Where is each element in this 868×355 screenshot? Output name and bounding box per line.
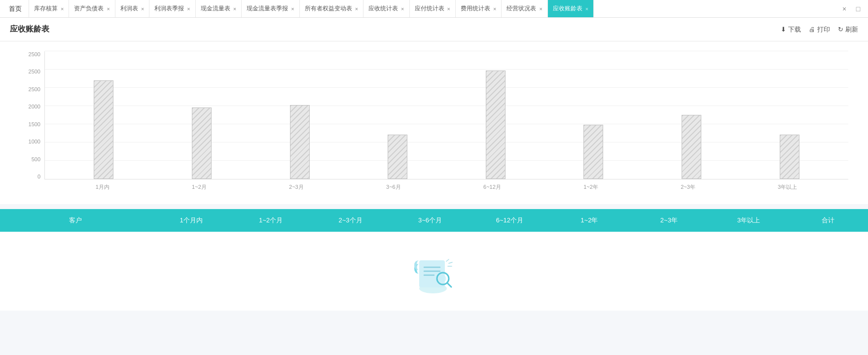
print-label: 打印: [817, 25, 830, 34]
x-label-3plus: 3年以上: [778, 183, 797, 191]
svg-line-7: [447, 283, 451, 287]
th-3-6month: 3~6个月: [390, 216, 470, 225]
tab-operations[interactable]: 经营状况表 ×: [502, 0, 547, 18]
bar-group-6: [583, 125, 603, 179]
tab-close-cashflow[interactable]: ×: [233, 6, 236, 12]
tab-expense-stat[interactable]: 费用统计表 ×: [456, 0, 502, 18]
th-3plus: 3年以上: [709, 216, 788, 225]
tab-close-operations[interactable]: ×: [539, 6, 542, 12]
bar-6-12-month: [486, 71, 506, 179]
tab-balance[interactable]: 资产负债表 ×: [69, 0, 115, 18]
tab-label-cashflow-quarter: 现金流量表季报: [247, 4, 288, 13]
page-header: 应收账龄表 ⬇ 下载 🖨 打印 ↻ 刷新: [0, 18, 868, 41]
x-label-1-2year: 1~2年: [583, 183, 598, 191]
download-button[interactable]: ⬇ 下载: [781, 25, 801, 34]
x-label-1month: 1月内: [96, 183, 109, 191]
x-label-2-3year: 2~3年: [681, 183, 695, 191]
bar-group-2: [192, 107, 212, 179]
th-1-2month: 1~2个月: [231, 216, 310, 225]
x-label-6-12month: 6~12月: [483, 183, 501, 191]
tab-close-inventory[interactable]: ×: [61, 6, 64, 12]
window-controls: × □: [840, 5, 866, 13]
tab-home[interactable]: 首页: [2, 0, 29, 18]
window-maximize-button[interactable]: □: [854, 5, 862, 13]
chart-section: 0 500 1000 1500 2000 2500 2500 2500: [0, 41, 868, 204]
bar-group-4: [388, 135, 407, 179]
bar-1-month: [94, 80, 113, 179]
download-icon: ⬇: [781, 26, 786, 33]
y-label-2500c: 2500: [20, 51, 44, 57]
bar-group-7: [682, 115, 701, 179]
x-label-3-6month: 3~6月: [386, 183, 401, 191]
empty-state: [0, 232, 868, 311]
refresh-label: 刷新: [845, 25, 858, 34]
bars-area: [45, 51, 848, 179]
tab-bar: 首页 库存核算 × 资产负债表 × 利润表 × 利润表季报 × 现金流量表 × …: [0, 0, 868, 18]
table-header: 客户 1个月内 1~2个月 2~3个月 3~6个月 6~12个月 1~2年 2~…: [0, 209, 868, 232]
print-icon: 🖨: [809, 26, 815, 33]
tab-close-ap-stat[interactable]: ×: [447, 6, 450, 12]
bar-1-2-year: [583, 125, 603, 179]
tab-label-balance: 资产负债表: [74, 4, 104, 13]
y-label-1000: 1000: [20, 139, 44, 144]
y-label-0: 0: [20, 174, 44, 179]
tab-equity[interactable]: 所有者权益变动表 ×: [300, 0, 363, 18]
chart-plot: [44, 51, 848, 179]
empty-state-icon: [409, 251, 459, 291]
y-label-500: 500: [20, 156, 44, 162]
bar-3-6-month: [388, 135, 407, 179]
th-2-3month: 2~3个月: [311, 216, 390, 225]
bar-1-2-month: [192, 107, 212, 179]
y-label-2500a: 2500: [20, 86, 44, 92]
tab-label-expense-stat: 费用统计表: [461, 4, 490, 13]
tab-close-equity[interactable]: ×: [355, 6, 358, 12]
print-button[interactable]: 🖨 打印: [809, 25, 830, 34]
tab-ar-aging[interactable]: 应收账龄表 ×: [548, 0, 594, 18]
tab-label-ap-stat: 应付统计表: [415, 4, 444, 13]
tab-ap-stat[interactable]: 应付统计表 ×: [410, 0, 456, 18]
th-2-3year: 2~3年: [629, 216, 709, 225]
tab-close-balance[interactable]: ×: [107, 6, 109, 12]
bar-group-5: [486, 71, 506, 179]
svg-line-8: [446, 259, 449, 261]
scroll-document-svg: [409, 251, 459, 296]
tab-label-ar-stat: 应收统计表: [368, 4, 398, 13]
window-close-button[interactable]: ×: [840, 5, 848, 13]
th-customer: 客户: [0, 216, 151, 225]
page-title: 应收账龄表: [10, 24, 49, 35]
svg-line-9: [449, 262, 452, 263]
tab-cashflow-quarter[interactable]: 现金流量表季报 ×: [242, 0, 299, 18]
th-1month: 1个月内: [151, 216, 231, 225]
bar-group-8: [780, 135, 799, 179]
tab-label-profit-quarter: 利润表季报: [154, 4, 184, 13]
tab-close-cashflow-quarter[interactable]: ×: [291, 6, 294, 12]
x-label-2-3month: 2~3月: [289, 183, 304, 191]
bar-2-3-month: [290, 105, 310, 179]
bar-3-plus-year: [780, 135, 799, 179]
tab-profit[interactable]: 利润表 ×: [115, 0, 149, 18]
tab-label-profit: 利润表: [120, 4, 138, 13]
tab-close-profit-quarter[interactable]: ×: [187, 6, 190, 12]
svg-point-6: [439, 275, 446, 282]
y-label-2500b: 2500: [20, 69, 44, 74]
tab-cashflow[interactable]: 现金流量表 ×: [196, 0, 242, 18]
bar-group-1: [94, 80, 113, 179]
tab-inventory[interactable]: 库存核算 ×: [29, 0, 69, 18]
refresh-icon: ↻: [838, 26, 843, 33]
tab-close-expense-stat[interactable]: ×: [493, 6, 496, 12]
refresh-button[interactable]: ↻ 刷新: [838, 25, 858, 34]
x-axis: 1月内 1~2月 2~3月 3~6月 6~12月 1~2年 2~3年 3年以上: [44, 179, 848, 194]
th-6-12month: 6~12个月: [470, 216, 549, 225]
bar-group-3: [290, 105, 310, 179]
bar-2-3-year: [682, 115, 701, 179]
tab-close-profit[interactable]: ×: [141, 6, 144, 12]
tab-close-ar-aging[interactable]: ×: [585, 6, 588, 12]
x-label-1-2month: 1~2月: [192, 183, 207, 191]
tab-close-ar-stat[interactable]: ×: [401, 6, 404, 12]
y-label-2000: 2000: [20, 104, 44, 109]
tab-ar-stat[interactable]: 应收统计表 ×: [363, 0, 409, 18]
tab-profit-quarter[interactable]: 利润表季报 ×: [149, 0, 195, 18]
tab-label-inventory: 库存核算: [34, 4, 58, 13]
tab-label-operations: 经营状况表: [506, 4, 536, 13]
y-label-1500: 1500: [20, 121, 44, 127]
